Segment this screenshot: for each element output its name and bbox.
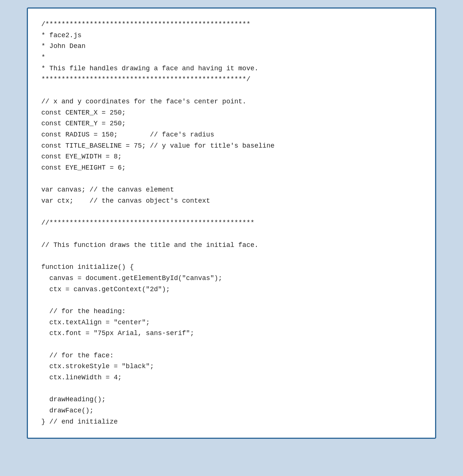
code-block: /***************************************… [41, 19, 422, 427]
code-container: /***************************************… [27, 7, 436, 439]
